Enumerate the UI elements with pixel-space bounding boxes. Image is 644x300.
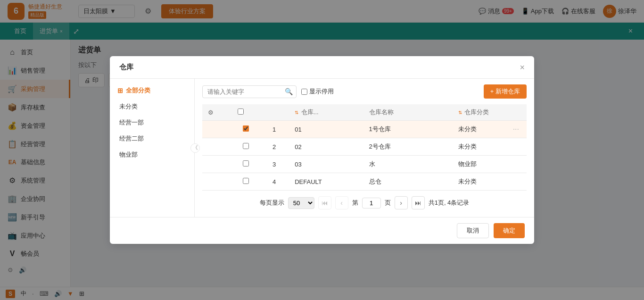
category-all-label: 全部分类 xyxy=(126,86,150,95)
row-check-1[interactable] xyxy=(232,121,259,138)
modal-close-button[interactable]: × xyxy=(520,63,525,72)
modal-footer: 取消 确定 xyxy=(110,217,534,244)
page-unit: 页 xyxy=(385,199,391,207)
row-code-3: 03 xyxy=(289,156,363,173)
row-checkbox-2[interactable] xyxy=(243,143,249,149)
category-item-operation1[interactable]: 经营一部 xyxy=(110,115,194,131)
th-name: 仓库名称 xyxy=(363,104,453,121)
row-check-3[interactable] xyxy=(232,156,259,173)
row-gear-1 xyxy=(202,121,232,138)
th-cat[interactable]: ⇅ 仓库分类 xyxy=(453,104,527,121)
row-cat-3: 物业部 xyxy=(453,156,527,173)
row-name-2: 2号仓库 xyxy=(363,138,453,156)
modal-body: ⊞ 全部分类 《 未分类 经营一部 经营二部 物业部 xyxy=(110,79,534,217)
next-page-button[interactable]: › xyxy=(395,196,408,209)
prev-page-button[interactable]: ‹ xyxy=(335,196,348,209)
category-all-header[interactable]: ⊞ 全部分类 xyxy=(110,83,194,99)
page-number-input[interactable] xyxy=(362,198,381,208)
add-warehouse-button[interactable]: + 新增仓库 xyxy=(484,84,527,99)
row-name-3: 水 xyxy=(363,156,453,173)
row-checkbox-3[interactable] xyxy=(243,160,249,167)
grid-icon: ⊞ xyxy=(117,87,123,94)
category-item-operation2[interactable]: 经营二部 xyxy=(110,131,194,147)
row-gear-4 xyxy=(202,173,232,191)
modal-header: 仓库 × xyxy=(110,56,534,79)
table-header: ⚙ ⇅ 仓库... xyxy=(202,104,527,121)
total-label: 共1页, 4条记录 xyxy=(429,199,470,207)
category-sidebar: ⊞ 全部分类 《 未分类 经营一部 经营二部 物业部 xyxy=(110,79,195,217)
table-toolbar: 🔍 显示停用 + 新增仓库 xyxy=(202,84,527,99)
row-code-2: 02 xyxy=(289,138,363,156)
last-page-button[interactable]: ⏭ xyxy=(412,196,425,209)
row-name-4: 总仓 xyxy=(363,173,453,191)
collapse-icon: 《 xyxy=(192,144,198,152)
table-body: 1 01 1号仓库 未分类 ··· xyxy=(202,121,527,191)
row-more-1[interactable]: ··· xyxy=(513,125,519,133)
modal-title: 仓库 xyxy=(119,63,133,72)
row-cat-2: 未分类 xyxy=(453,138,527,156)
search-input[interactable] xyxy=(202,85,297,98)
search-wrap: 🔍 xyxy=(202,85,297,98)
table-row[interactable]: 2 02 2号仓库 未分类 xyxy=(202,138,527,156)
th-code[interactable]: ⇅ 仓库... xyxy=(289,104,363,121)
modal-overlay: 仓库 × ⊞ 全部分类 《 未分类 经营一部 xyxy=(0,0,644,300)
row-code-4: DEFAULT xyxy=(289,173,363,191)
warehouse-table: ⚙ ⇅ 仓库... xyxy=(202,104,527,191)
row-checkbox-1[interactable] xyxy=(243,125,249,132)
row-code-1: 01 xyxy=(289,121,363,138)
confirm-button[interactable]: 确定 xyxy=(494,223,525,238)
sort-icon: ⇅ xyxy=(295,110,298,115)
th-gear: ⚙ xyxy=(202,104,232,121)
row-check-4[interactable] xyxy=(232,173,259,191)
row-name-1: 1号仓库 xyxy=(363,121,453,138)
row-checkbox-4[interactable] xyxy=(243,178,249,184)
first-page-button[interactable]: ⏮ xyxy=(318,196,331,209)
show-disabled-checkbox[interactable] xyxy=(301,89,307,95)
table-area: 🔍 显示停用 + 新增仓库 ⚙ xyxy=(195,79,534,217)
th-num xyxy=(259,104,289,121)
cancel-button[interactable]: 取消 xyxy=(457,223,489,238)
category-item-property[interactable]: 物业部 xyxy=(110,147,194,163)
search-icon[interactable]: 🔍 xyxy=(285,88,293,95)
row-cat-1: 未分类 ··· xyxy=(453,121,527,138)
row-num-3: 3 xyxy=(259,156,289,173)
row-num-4: 4 xyxy=(259,173,289,191)
category-collapse-button[interactable]: 《 xyxy=(190,143,200,153)
page-size-select[interactable]: 50 10 20 100 xyxy=(288,197,314,209)
show-disabled-label[interactable]: 显示停用 xyxy=(301,87,334,96)
th-check xyxy=(232,104,259,121)
sort-icon-cat: ⇅ xyxy=(458,110,462,115)
table-row[interactable]: 4 DEFAULT 总仓 未分类 xyxy=(202,173,527,191)
select-all-checkbox[interactable] xyxy=(238,108,244,115)
category-item-unclassified[interactable]: 未分类 xyxy=(110,99,194,115)
row-gear-3 xyxy=(202,156,232,173)
row-check-2[interactable] xyxy=(232,138,259,156)
pagination: 每页显示 50 10 20 100 ⏮ ‹ 第 页 › ⏭ 共1页, 4条记录 xyxy=(202,191,527,211)
gear-col-icon: ⚙ xyxy=(208,109,214,116)
table-row[interactable]: 1 01 1号仓库 未分类 ··· xyxy=(202,121,527,138)
table-row[interactable]: 3 03 水 物业部 xyxy=(202,156,527,173)
row-gear-2 xyxy=(202,138,232,156)
row-cat-4: 未分类 xyxy=(453,173,527,191)
page-size-label: 每页显示 xyxy=(260,199,284,207)
row-num-2: 2 xyxy=(259,138,289,156)
page-label: 第 xyxy=(352,199,358,207)
row-num-1: 1 xyxy=(259,121,289,138)
table-container: ⚙ ⇅ 仓库... xyxy=(202,104,527,191)
warehouse-modal: 仓库 × ⊞ 全部分类 《 未分类 经营一部 xyxy=(110,56,534,244)
